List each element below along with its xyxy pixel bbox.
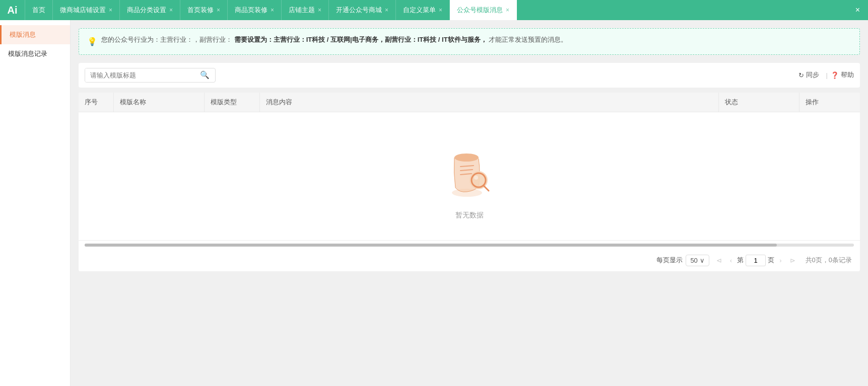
tab-theme[interactable]: 店铺主题 ×	[282, 0, 329, 20]
next-page-button[interactable]: ›	[776, 255, 784, 266]
th-index: 序号	[79, 93, 114, 112]
page-nav: ⊲ ‹ 第 页 › ⊳	[713, 255, 798, 266]
help-button[interactable]: ❓ 帮助	[831, 70, 854, 80]
top-nav: Ai 首页 微商城店铺设置 × 商品分类设置 × 首页装修 × 商品页装修 × …	[0, 0, 868, 20]
sync-label: 同步	[806, 70, 819, 80]
sync-button[interactable]: ↻ 同步	[798, 70, 819, 80]
close-theme[interactable]: ×	[318, 7, 321, 14]
close-custom-menu[interactable]: ×	[439, 7, 442, 14]
notice-text: 您的公众号行业为：主营行业：，副营行业： 需要设置为：主营行业：IT科技 / 互…	[101, 35, 567, 45]
svg-line-7	[484, 186, 489, 191]
tab-theme-label: 店铺主题	[289, 6, 315, 15]
tab-template-msg-label: 公众号模版消息	[457, 6, 503, 15]
close-template-msg[interactable]: ×	[506, 7, 509, 14]
tab-shop-setting[interactable]: 微商城店铺设置 ×	[53, 0, 120, 20]
page-size-dropdown[interactable]: 50 ∨	[686, 255, 709, 266]
page-size-select: 每页显示 50 ∨	[656, 255, 709, 266]
help-label: 帮助	[841, 70, 854, 80]
notice-box: 💡 您的公众号行业为：主营行业：，副营行业： 需要设置为：主营行业：IT科技 /…	[79, 28, 860, 55]
tab-home-decor[interactable]: 首页装修 ×	[180, 0, 228, 20]
search-icon: 🔍	[200, 70, 210, 79]
table-header: 序号 模版名称 模版类型 消息内容 状态 操作	[79, 93, 860, 112]
close-category[interactable]: ×	[169, 7, 173, 14]
svg-point-8	[474, 176, 478, 180]
tab-product-decor-label: 商品页装修	[235, 6, 268, 15]
page-total: 共0页，0条记录	[806, 256, 852, 265]
search-area: 🔍	[85, 68, 216, 83]
divider: |	[826, 71, 828, 79]
scrollbar-area[interactable]	[79, 240, 860, 250]
svg-point-1	[454, 153, 479, 162]
notice-text-before: 您的公众号行业为：主营行业：，副营行业：	[101, 36, 232, 43]
toolbar-right: ↻ 同步 | ❓ 帮助	[798, 70, 854, 80]
empty-state: 暂无数据	[79, 112, 860, 240]
search-input[interactable]	[85, 68, 196, 82]
page-label: 第	[737, 256, 744, 265]
content-area: 💡 您的公众号行业为：主营行业：，副营行业： 需要设置为：主营行业：IT科技 /…	[71, 20, 868, 386]
tab-home-decor-label: 首页装修	[187, 6, 214, 15]
prev-page-button[interactable]: ‹	[727, 255, 735, 266]
toolbar: 🔍 ↻ 同步 | ❓ 帮助	[79, 63, 860, 88]
chevron-down-icon: ∨	[700, 257, 705, 264]
tab-open-mall[interactable]: 开通公众号商城 ×	[329, 0, 396, 20]
empty-illustration	[439, 142, 500, 203]
tab-home-label: 首页	[32, 6, 45, 15]
th-name: 模版名称	[114, 93, 205, 112]
tab-shop-setting-label: 微商城店铺设置	[60, 6, 106, 15]
sidebar-item-template-msg[interactable]: 模版消息	[0, 25, 70, 44]
sidebar-item-template-msg-label: 模版消息	[10, 31, 36, 38]
sidebar-item-template-record-label: 模版消息记录	[8, 50, 47, 57]
th-type: 模版类型	[205, 93, 260, 112]
current-page-input[interactable]	[746, 255, 766, 266]
page-unit: 页	[768, 256, 774, 265]
first-page-button[interactable]: ⊲	[713, 255, 725, 266]
sync-icon: ↻	[798, 71, 804, 79]
help-icon: ❓	[831, 71, 839, 79]
table-container: 序号 模版名称 模版类型 消息内容 状态 操作	[79, 93, 860, 271]
close-home-decor[interactable]: ×	[217, 7, 220, 14]
scrollbar-track	[85, 244, 854, 247]
tab-category[interactable]: 商品分类设置 ×	[120, 0, 180, 20]
tab-custom-menu-label: 自定义菜单	[403, 6, 436, 15]
close-shop-setting[interactable]: ×	[109, 7, 112, 14]
th-content: 消息内容	[260, 93, 719, 112]
tab-template-msg[interactable]: 公众号模版消息 ×	[450, 0, 517, 20]
close-all-tabs[interactable]: ×	[847, 6, 868, 15]
notice-icon: 💡	[87, 35, 97, 48]
tab-home[interactable]: 首页	[25, 0, 53, 20]
scrollbar-thumb[interactable]	[85, 244, 777, 247]
close-product-decor[interactable]: ×	[271, 7, 274, 14]
notice-text-after: 才能正常发送预置的消息。	[489, 36, 567, 43]
tab-category-label: 商品分类设置	[127, 6, 166, 15]
th-action: 操作	[799, 93, 860, 112]
tab-product-decor[interactable]: 商品页装修 ×	[228, 0, 282, 20]
logo[interactable]: Ai	[0, 0, 25, 20]
empty-text: 暂无数据	[455, 211, 484, 220]
main-layout: 模版消息 模版消息记录 💡 您的公众号行业为：主营行业：，副营行业： 需要设置为…	[0, 20, 868, 386]
th-status: 状态	[719, 93, 799, 112]
sidebar: 模版消息 模版消息记录	[0, 20, 71, 386]
tab-open-mall-label: 开通公众号商城	[336, 6, 382, 15]
close-open-mall[interactable]: ×	[385, 7, 388, 14]
search-button[interactable]: 🔍	[196, 68, 214, 82]
page-size-label: 每页显示	[656, 256, 683, 265]
pagination: 每页显示 50 ∨ ⊲ ‹ 第 页 › ⊳ 共0页，0条记录	[79, 250, 860, 271]
notice-text-bold: 需要设置为：主营行业：IT科技 / 互联网|电子商务，副营行业：IT科技 / I…	[234, 36, 487, 43]
page-size-value: 50	[690, 257, 697, 264]
last-page-button[interactable]: ⊳	[787, 255, 798, 266]
sidebar-item-template-record[interactable]: 模版消息记录	[0, 44, 70, 63]
tab-custom-menu[interactable]: 自定义菜单 ×	[396, 0, 450, 20]
